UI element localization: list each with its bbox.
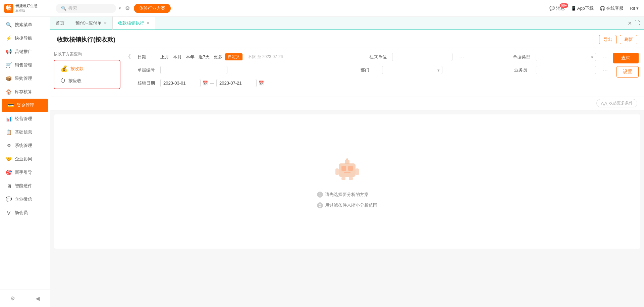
- tab-1[interactable]: 预付冲应付单✕: [70, 16, 113, 30]
- nav-icon-1: ⚡: [5, 35, 12, 42]
- tab-close-1[interactable]: ✕: [104, 21, 107, 25]
- nav-icon-14: V: [5, 209, 12, 216]
- writeoff-date-range: 📅 — 📅: [160, 79, 264, 87]
- filter-option-by-receivable[interactable]: ⏱ 按应收: [56, 75, 118, 87]
- sidebar-item-企业微信[interactable]: 💬企业微信: [0, 193, 50, 206]
- date-separator: —: [210, 81, 214, 86]
- last-month-btn[interactable]: 上月: [159, 53, 170, 61]
- app-label: App下载: [577, 6, 594, 11]
- sidebar-item-企业协同[interactable]: 🤝企业协同: [0, 152, 50, 166]
- sidebar-nav: 🔍搜索菜单⚡快捷导航📢营销推广🛒销售管理📦采购管理🏠库存核算💳资金管理📊经营管理…: [0, 17, 50, 290]
- app-download-button[interactable]: 📱 App下载: [571, 5, 594, 11]
- sidebar-item-新手引导[interactable]: 🎯新手引导: [0, 166, 50, 179]
- salesperson-label: 业务员: [514, 67, 530, 73]
- filter-collapse-toggle[interactable]: 《: [124, 48, 132, 97]
- tab-2[interactable]: 收款核销执行✕: [113, 17, 155, 30]
- close-tab-icon[interactable]: ✕: [628, 20, 632, 27]
- by-receivable-label: 按应收: [68, 78, 82, 84]
- tab-controls: ✕ ⛶: [624, 20, 644, 27]
- sidebar-item-基础信息[interactable]: 📋基础信息: [0, 125, 50, 139]
- message-button[interactable]: 💬 消息 99+: [549, 5, 565, 11]
- nav-icon-0: 🔍: [5, 21, 12, 28]
- svg-rect-7: [356, 168, 359, 175]
- sidebar-item-智能硬件[interactable]: 🖥智能硬件: [0, 179, 50, 193]
- doc-type-select[interactable]: [536, 53, 596, 61]
- salesperson-input[interactable]: [536, 66, 596, 74]
- filter-scheme-title: 按以下方案查询: [54, 51, 120, 57]
- nav-label-5: 库存核算: [15, 89, 32, 95]
- nav-label-7: 经营管理: [15, 116, 32, 122]
- sidebar-item-采购管理[interactable]: 📦采购管理: [0, 72, 50, 85]
- last-7days-btn[interactable]: 近7天: [197, 53, 211, 61]
- nav-icon-7: 📊: [5, 115, 12, 122]
- sidebar-item-库存核算[interactable]: 🏠库存核算: [0, 85, 50, 99]
- this-month-btn[interactable]: 本月: [172, 53, 183, 61]
- sidebar-logo: 畅 畅捷通好生意 标准版: [0, 0, 50, 17]
- refresh-button[interactable]: 刷新: [620, 35, 637, 44]
- settings-icon[interactable]: ⚙: [8, 293, 17, 304]
- tab-bar: 首页预付冲应付单✕收款核销执行✕ ✕ ⛶: [50, 17, 644, 30]
- nav-label-8: 基础信息: [15, 129, 32, 135]
- svg-rect-3: [344, 172, 351, 173]
- tab-close-2[interactable]: ✕: [146, 21, 150, 25]
- topbar-right: 💬 消息 99+ 📱 App下载 🎧 在线客服 Rit ▾: [549, 5, 639, 11]
- receivable-icon: ⏱: [60, 78, 66, 84]
- user-menu-button[interactable]: Rit ▾: [630, 6, 639, 11]
- svg-rect-8: [341, 177, 345, 180]
- nav-icon-5: 🏠: [5, 89, 12, 95]
- end-calendar-icon[interactable]: 📅: [259, 81, 264, 86]
- sidebar-item-畅会员[interactable]: V畅会员: [0, 206, 50, 219]
- sidebar-item-营销推广[interactable]: 📢营销推广: [0, 45, 50, 58]
- page-title: 收款核销执行(按收款): [57, 36, 115, 44]
- nav-icon-9: ⚙: [5, 142, 12, 149]
- sidebar-item-系统管理[interactable]: ⚙系统管理: [0, 139, 50, 152]
- user-name: Rit: [630, 6, 635, 11]
- collapse-sidebar-icon[interactable]: ◀: [34, 293, 42, 304]
- counterparty-input[interactable]: [392, 53, 452, 61]
- search-placeholder: 搜索: [68, 5, 77, 11]
- topbar-gear-icon[interactable]: ⚙: [125, 5, 130, 11]
- filter-action-buttons: 查询 设置: [613, 48, 644, 97]
- writeoff-date-end-input[interactable]: [216, 79, 257, 87]
- writeoff-date-start-input[interactable]: [160, 79, 201, 87]
- custom-date-btn[interactable]: 自定义: [225, 53, 243, 60]
- nav-label-10: 企业协同: [15, 156, 32, 162]
- collapse-more-button[interactable]: ⋀⋀ 收起更多条件: [596, 99, 637, 107]
- nav-label-0: 搜索菜单: [15, 22, 32, 28]
- app-icon: 📱: [571, 6, 576, 11]
- search-dropdown-icon[interactable]: ▾: [119, 6, 121, 11]
- page-header: 收款核销执行(按收款) 导出 刷新: [50, 30, 644, 48]
- empty-state: 1 请先选择要分析的方案 2 用过滤条件来缩小分析范围: [310, 133, 384, 230]
- filter-option-by-receipt[interactable]: 💰 按收款: [56, 62, 118, 75]
- query-button[interactable]: 查询: [613, 53, 639, 63]
- more-date-btn[interactable]: 更多: [212, 53, 224, 61]
- app-logo-icon: 畅: [4, 4, 13, 13]
- salesperson-more-icon[interactable]: ···: [603, 66, 608, 73]
- expand-tab-icon[interactable]: ⛶: [635, 20, 640, 26]
- online-service-button[interactable]: 🎧 在线客服: [600, 5, 624, 11]
- start-calendar-icon[interactable]: 📅: [203, 81, 208, 86]
- nav-label-13: 企业微信: [15, 196, 32, 202]
- doc-number-input[interactable]: [160, 66, 227, 74]
- counterparty-more-icon[interactable]: ···: [459, 53, 464, 60]
- doc-type-more-icon[interactable]: ···: [603, 53, 608, 60]
- tab-label-2: 收款核销执行: [118, 20, 144, 26]
- sidebar-item-快捷导航[interactable]: ⚡快捷导航: [0, 32, 50, 45]
- nav-label-6: 资金管理: [17, 102, 34, 108]
- industry-solution-button[interactable]: 体验行业方案: [134, 4, 171, 13]
- content-area: 收款核销执行(按收款) 导出 刷新 按以下方案查询 💰 按收款 ⏱ 按应收: [50, 30, 644, 307]
- doc-type-label: 单据类型: [513, 54, 530, 60]
- department-select[interactable]: [382, 66, 442, 74]
- setting-button[interactable]: 设置: [616, 66, 639, 78]
- sidebar-item-搜索菜单[interactable]: 🔍搜索菜单: [0, 18, 50, 32]
- this-year-btn[interactable]: 本年: [184, 53, 196, 61]
- search-box[interactable]: 🔍 搜索: [56, 4, 116, 13]
- date-shortcuts: 上月 本月 本年 近7天 更多 自定义: [159, 53, 243, 61]
- sidebar-item-经营管理[interactable]: 📊经营管理: [0, 112, 50, 125]
- sidebar-item-资金管理[interactable]: 💳资金管理: [2, 99, 48, 112]
- sidebar-item-销售管理[interactable]: 🛒销售管理: [0, 58, 50, 72]
- table-area: 1 请先选择要分析的方案 2 用过滤条件来缩小分析范围: [54, 114, 640, 249]
- tab-0[interactable]: 首页: [50, 16, 70, 30]
- export-button[interactable]: 导出: [599, 35, 616, 44]
- doc-number-label: 单据编号: [138, 67, 155, 73]
